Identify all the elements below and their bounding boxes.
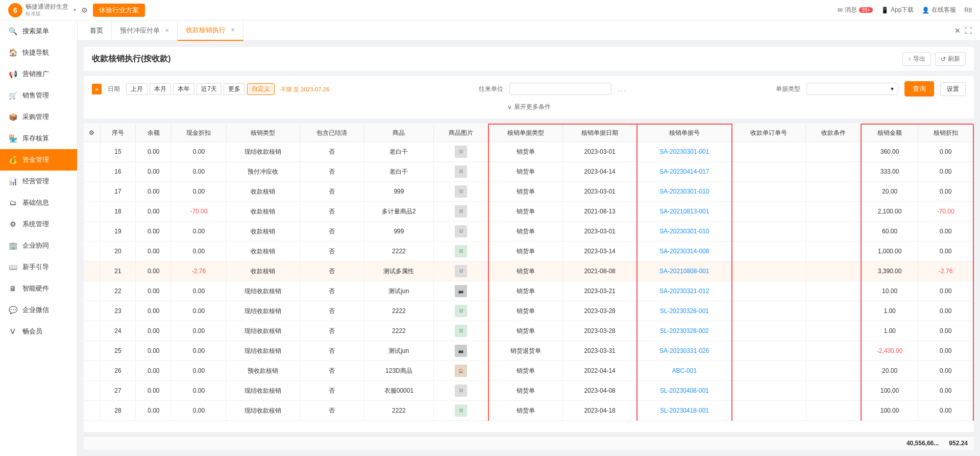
tab-receipt[interactable]: 收款核销执行 ✕ xyxy=(178,20,243,41)
expand-more-btn[interactable]: ∨ 展开更多条件 xyxy=(507,103,551,111)
bill-no-link[interactable]: SL-20230328-001 xyxy=(660,307,709,315)
sidebar-item-sales[interactable]: 🛒 销售管理 xyxy=(0,85,77,106)
bill-no-link[interactable]: SA-20210813-001 xyxy=(659,208,709,215)
tab-prepay[interactable]: 预付冲应付单 ✕ xyxy=(112,20,178,41)
filter-unit-input[interactable] xyxy=(509,83,611,95)
query-btn[interactable]: 查询 xyxy=(904,81,934,97)
page-content: 收款核销执行(按收款) ↑ 导出 ↺ 刷新 » 日期 xyxy=(78,41,980,456)
td-write-off-discount: 0.00 xyxy=(918,281,973,301)
td-num: 26 xyxy=(100,361,136,381)
td-num: 27 xyxy=(100,381,136,401)
td-receipt-cond xyxy=(806,242,861,261)
bill-no-link[interactable]: SA-20230301-001 xyxy=(659,148,709,155)
tab-receipt-close[interactable]: ✕ xyxy=(231,27,235,33)
td-goods: 老白干 xyxy=(364,142,433,162)
td-goods: 老白干 xyxy=(364,162,433,182)
td-receipt-order xyxy=(732,261,806,281)
sidebar-item-nav[interactable]: 🏠 快捷导航 xyxy=(0,42,77,63)
online-service-btn[interactable]: 👤 在线客服 xyxy=(922,6,956,14)
sidebar-item-fund[interactable]: 💰 资金管理 xyxy=(0,149,77,171)
app-download-btn[interactable]: 📱 App下载 xyxy=(881,6,914,14)
bill-no-link[interactable]: SL-20230408-001 xyxy=(660,387,709,394)
td-num: 23 xyxy=(100,301,136,321)
filter-receipt-type-select[interactable]: ▾ xyxy=(806,83,898,95)
industry-btn[interactable]: 休验行业方案 xyxy=(93,4,145,17)
filter-receipt-type-label: 单据类型 xyxy=(776,85,800,93)
bill-no-link[interactable]: SA-20230301-010 xyxy=(659,228,709,235)
td-cash-discount: 0.00 xyxy=(172,401,226,421)
td-write-off-discount: 0.00 xyxy=(918,381,973,401)
td-gear xyxy=(84,361,100,381)
tab-home[interactable]: 首页 xyxy=(82,20,112,41)
th-gear[interactable]: ⚙ xyxy=(84,124,100,142)
filter-this-year[interactable]: 本年 xyxy=(173,83,194,95)
message-btn[interactable]: ✉ 消息 99+ xyxy=(838,6,873,14)
bill-no-link[interactable]: SA-20210808-001 xyxy=(659,268,709,275)
td-num: 18 xyxy=(100,202,136,222)
bill-no-link[interactable]: SA-20230321-012 xyxy=(659,287,709,295)
td-write-off-discount: -2.76 xyxy=(918,261,973,281)
sidebar-item-guide[interactable]: 📖 新手引导 xyxy=(0,256,77,278)
td-write-off-discount: 0.00 xyxy=(918,301,973,321)
scrollbar[interactable] xyxy=(84,432,974,436)
export-icon: ↑ xyxy=(908,56,911,63)
td-include-settled: 否 xyxy=(300,321,364,341)
td-balance: 0.00 xyxy=(136,321,172,341)
td-write-off-discount: 0.00 xyxy=(918,361,973,381)
tab-expand-btn[interactable]: ⛶ xyxy=(965,27,972,35)
sidebar-item-hardware[interactable]: 🖥 智能硬件 xyxy=(0,278,77,299)
td-bill-type: 销货单 xyxy=(488,182,562,202)
sidebar-item-member[interactable]: V 畅会员 xyxy=(0,321,77,342)
bill-no-link[interactable]: SA-20230331-026 xyxy=(659,347,709,354)
sidebar-item-purchase[interactable]: 📦 采购管理 xyxy=(0,106,77,128)
td-balance: 0.00 xyxy=(136,341,172,361)
table-row: 26 0.00 0.00 预收款核销 否 123D商品 🏠 销货单 2022-0… xyxy=(84,361,973,381)
tab-close-btn[interactable]: ✕ xyxy=(954,27,961,35)
td-goods: 999 xyxy=(364,182,433,202)
bill-no-link[interactable]: SL-20230328-002 xyxy=(660,327,709,334)
td-gear xyxy=(84,261,100,281)
filter-more[interactable]: 更多 xyxy=(224,83,245,95)
filter-collapse-btn[interactable]: » xyxy=(92,84,102,94)
bill-no-link[interactable]: ABC-001 xyxy=(672,367,697,374)
setting-btn[interactable]: 设置 xyxy=(940,82,966,96)
sidebar: 🔍 搜索菜单 🏠 快捷导航 📢 营销推广 🛒 销售管理 📦 采购管理 🏪 库存核… xyxy=(0,20,78,456)
td-include-settled: 否 xyxy=(300,162,364,182)
sidebar-label-nav: 快捷导航 xyxy=(22,48,49,57)
filter-this-month[interactable]: 本月 xyxy=(150,83,171,95)
td-bill-date: 2023-03-28 xyxy=(563,321,637,341)
bill-no-link[interactable]: SL-20230418-001 xyxy=(660,407,709,414)
sidebar-item-corp[interactable]: 🏢 企业协同 xyxy=(0,235,77,256)
filter-custom[interactable]: 自定义 xyxy=(247,83,275,95)
td-write-off-type: 现结收款核销 xyxy=(226,401,300,421)
sidebar-item-base[interactable]: 🗂 基础信息 xyxy=(0,192,77,213)
inventory-icon: 🏪 xyxy=(8,134,17,142)
sidebar-item-system[interactable]: ⚙ 系统管理 xyxy=(0,213,77,235)
refresh-btn[interactable]: ↺ 刷新 xyxy=(935,52,966,66)
td-write-off-amount: 360.00 xyxy=(861,142,918,162)
td-receipt-cond xyxy=(806,202,861,222)
table-footer: 40,556,66... 952.24 xyxy=(84,436,974,450)
table-scroll[interactable]: ⚙ 序号 余额 现金折扣 核销类型 包含已结清 商品 商品图片 核销单据类型 核… xyxy=(84,124,974,432)
td-num: 19 xyxy=(100,222,136,242)
td-num: 15 xyxy=(100,142,136,162)
sidebar-item-business[interactable]: 📊 经营管理 xyxy=(0,171,77,192)
tab-prepay-close[interactable]: ✕ xyxy=(165,28,169,33)
export-btn[interactable]: ↑ 导出 xyxy=(902,52,931,66)
sidebar-item-search[interactable]: 🔍 搜索菜单 xyxy=(0,20,77,42)
bill-no-link[interactable]: SA-20230314-008 xyxy=(659,248,709,255)
td-bill-type: 销货单 xyxy=(488,142,562,162)
sidebar-item-inventory[interactable]: 🏪 库存核算 xyxy=(0,128,77,149)
td-num: 28 xyxy=(100,401,136,421)
td-gear xyxy=(84,341,100,361)
filter-last-month[interactable]: 上月 xyxy=(126,83,148,95)
sidebar-label-hardware: 智能硬件 xyxy=(22,284,49,293)
filter-7days[interactable]: 近7天 xyxy=(197,83,222,95)
bill-no-link[interactable]: SA-20230301-010 xyxy=(659,188,709,195)
td-cash-discount: 0.00 xyxy=(172,321,226,341)
sidebar-item-wechat[interactable]: 💬 企业微信 xyxy=(0,299,77,321)
bill-no-link[interactable]: SA-20230414-017 xyxy=(659,168,709,175)
logo-dropdown-arrow[interactable]: ▾ xyxy=(74,7,76,13)
settings-icon[interactable]: ⚙ xyxy=(81,6,88,14)
sidebar-item-marketing[interactable]: 📢 营销推广 xyxy=(0,63,77,85)
